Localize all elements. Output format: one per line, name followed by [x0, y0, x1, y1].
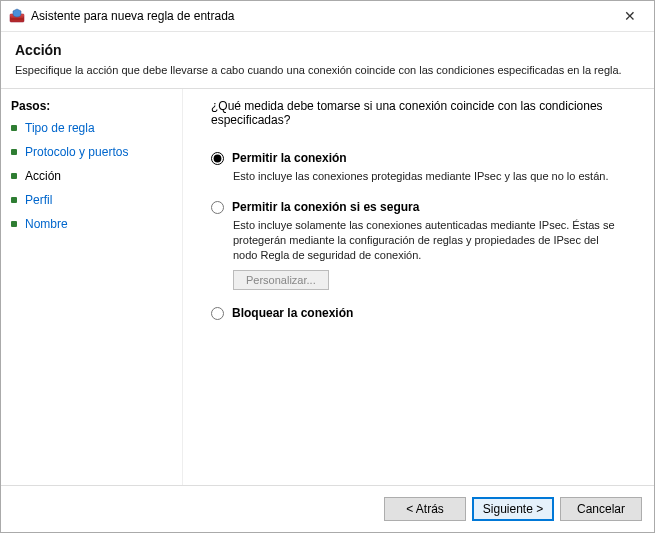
- firewall-icon: [9, 8, 25, 24]
- radio-allow[interactable]: [211, 152, 224, 165]
- step-rule-type[interactable]: Tipo de regla: [11, 121, 174, 135]
- option-allow-secure-row[interactable]: Permitir la conexión si es segura: [211, 200, 626, 214]
- step-label: Perfil: [25, 193, 52, 207]
- radio-block[interactable]: [211, 307, 224, 320]
- step-label: Nombre: [25, 217, 68, 231]
- step-protocol-ports[interactable]: Protocolo y puertos: [11, 145, 174, 159]
- option-allow: Permitir la conexión Esto incluye las co…: [211, 151, 626, 184]
- wizard-body: Pasos: Tipo de regla Protocolo y puertos…: [1, 89, 654, 485]
- bullet-icon: [11, 173, 17, 179]
- bullet-icon: [11, 125, 17, 131]
- wizard-footer: < Atrás Siguiente > Cancelar: [1, 485, 654, 532]
- bullet-icon: [11, 149, 17, 155]
- bullet-icon: [11, 221, 17, 227]
- close-icon[interactable]: ✕: [610, 1, 650, 31]
- next-button[interactable]: Siguiente >: [472, 497, 554, 521]
- radio-allow-secure[interactable]: [211, 201, 224, 214]
- option-allow-row[interactable]: Permitir la conexión: [211, 151, 626, 165]
- option-block-title: Bloquear la conexión: [232, 306, 353, 320]
- step-action[interactable]: Acción: [11, 169, 174, 183]
- option-allow-secure: Permitir la conexión si es segura Esto i…: [211, 200, 626, 291]
- steps-sidebar: Pasos: Tipo de regla Protocolo y puertos…: [1, 89, 183, 485]
- steps-heading: Pasos:: [11, 99, 174, 113]
- customize-button: Personalizar...: [233, 270, 329, 290]
- step-profile[interactable]: Perfil: [11, 193, 174, 207]
- page-title: Acción: [15, 42, 640, 58]
- step-label: Protocolo y puertos: [25, 145, 128, 159]
- option-allow-desc: Esto incluye las conexiones protegidas m…: [233, 169, 626, 184]
- window-title: Asistente para nueva regla de entrada: [31, 9, 610, 23]
- back-button[interactable]: < Atrás: [384, 497, 466, 521]
- option-allow-secure-desc: Esto incluye solamente las conexiones au…: [233, 218, 626, 263]
- wizard-content: ¿Qué medida debe tomarse si una conexión…: [183, 89, 654, 485]
- svg-rect-2: [10, 18, 24, 21]
- step-label: Acción: [25, 169, 61, 183]
- option-allow-title: Permitir la conexión: [232, 151, 347, 165]
- wizard-header: Acción Especifique la acción que debe ll…: [1, 32, 654, 89]
- option-block-row[interactable]: Bloquear la conexión: [211, 306, 626, 320]
- option-block: Bloquear la conexión: [211, 306, 626, 320]
- step-name[interactable]: Nombre: [11, 217, 174, 231]
- step-label: Tipo de regla: [25, 121, 95, 135]
- action-prompt: ¿Qué medida debe tomarse si una conexión…: [211, 99, 626, 127]
- page-subtitle: Especifique la acción que debe llevarse …: [15, 64, 640, 76]
- cancel-button[interactable]: Cancelar: [560, 497, 642, 521]
- titlebar: Asistente para nueva regla de entrada ✕: [1, 1, 654, 32]
- option-allow-secure-title: Permitir la conexión si es segura: [232, 200, 419, 214]
- wizard-window: Asistente para nueva regla de entrada ✕ …: [0, 0, 655, 533]
- bullet-icon: [11, 197, 17, 203]
